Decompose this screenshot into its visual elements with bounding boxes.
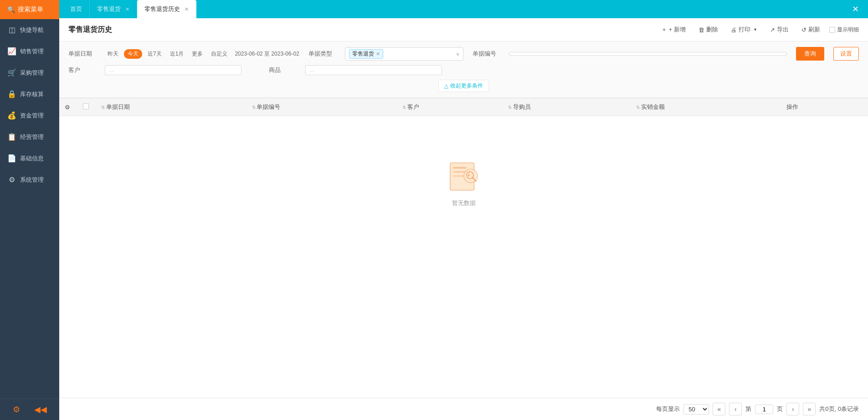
sort-icon: ⇅ <box>252 105 257 110</box>
last-page-button[interactable]: » <box>803 403 816 415</box>
sidebar-item-quick-nav[interactable]: ◫ 快捷导航 <box>0 19 59 41</box>
tab-home-label: 首页 <box>70 5 82 13</box>
tab-bar: 首页 零售退货 ✕ 零售退货历史 ✕ ✕ <box>59 0 868 18</box>
tab-retail-return-close[interactable]: ✕ <box>125 6 129 12</box>
th-settings[interactable]: ⚙ <box>59 98 77 116</box>
date-filter-group: 昨天 今天 近7天 近1月 更多 自定义 2023-06-02 至 2023-0… <box>105 49 299 59</box>
basic-info-icon: 📄 <box>7 154 16 163</box>
customer-input[interactable]: ... <box>105 65 241 75</box>
th-checkbox[interactable] <box>77 98 96 116</box>
th-amount[interactable]: ⇅ 实销金额 <box>631 98 781 116</box>
delete-button[interactable]: 🗑 删除 <box>695 24 722 36</box>
tab-bar-right: ✕ <box>847 4 864 14</box>
sidebar-item-label: 基础信息 <box>20 154 44 163</box>
sidebar-item-basic-info[interactable]: 📄 基础信息 <box>0 148 59 169</box>
empty-state: 暂无数据 <box>59 116 868 244</box>
finance-icon: 💰 <box>7 111 16 120</box>
sidebar-search-label: 搜索菜单 <box>18 5 43 14</box>
sidebar-item-purchase-mgmt[interactable]: 🛒 采购管理 <box>0 62 59 83</box>
sales-icon: 📈 <box>7 47 16 56</box>
doc-number-input[interactable] <box>509 52 787 56</box>
tab-home[interactable]: 首页 <box>63 0 90 18</box>
page-size-select[interactable]: 50 10 20 100 <box>683 404 709 415</box>
sidebar-search[interactable]: 🔍 搜索菜单 <box>0 0 59 19</box>
customer-filter-label: 客户 <box>68 66 96 74</box>
date-btn-today[interactable]: 今天 <box>124 49 142 59</box>
window-close-button[interactable]: ✕ <box>847 4 864 14</box>
date-btn-more[interactable]: 更多 <box>189 49 205 59</box>
sidebar-item-label: 销售管理 <box>20 47 44 56</box>
add-icon: ＋ <box>661 26 667 34</box>
doc-type-input[interactable]: 零售退货 ✕ ∨ <box>345 47 463 61</box>
add-button[interactable]: ＋ + 新增 <box>657 24 689 36</box>
customer-placeholder: ... <box>109 67 113 73</box>
purchase-icon: 🛒 <box>7 68 16 77</box>
settings-icon[interactable]: ⚙ <box>65 104 70 111</box>
tab-retail-return-history[interactable]: 零售退货历史 ✕ <box>137 0 196 18</box>
date-btn-7days[interactable]: 近7天 <box>145 49 164 59</box>
collapse-label: 收起更多条件 <box>450 82 483 90</box>
refresh-icon: ↺ <box>801 26 806 33</box>
sidebar-item-label: 经营管理 <box>20 133 44 141</box>
show-detail-toggle[interactable]: 显示明细 <box>829 26 859 34</box>
print-button[interactable]: 🖨 打印 ▼ <box>727 24 761 36</box>
th-date[interactable]: ⇅ 单据日期 <box>96 98 247 116</box>
next-page-icon: › <box>792 405 794 413</box>
th-number[interactable]: ⇅ 单据编号 <box>247 98 397 116</box>
page-number-input[interactable] <box>755 405 773 414</box>
add-label: + 新增 <box>669 26 686 34</box>
th-guide[interactable]: ⇅ 导购员 <box>503 98 631 116</box>
export-icon: ↗ <box>770 26 775 33</box>
settings-bottom-icon[interactable]: ⚙ <box>13 405 20 415</box>
search-icon: 🔍 <box>7 6 15 13</box>
collapse-filter-button[interactable]: △ 收起更多条件 <box>438 80 489 92</box>
refresh-button[interactable]: ↺ 刷新 <box>798 24 824 36</box>
next-page-button[interactable]: › <box>786 403 799 415</box>
doc-type-tag-close[interactable]: ✕ <box>376 51 380 57</box>
doc-type-label: 单据类型 <box>308 50 336 58</box>
prev-page-button[interactable]: ‹ <box>729 403 742 415</box>
audio-bottom-icon[interactable]: ◀◀ <box>34 405 47 415</box>
sort-icon: ⇅ <box>402 105 407 110</box>
doc-type-tag-value: 零售退货 <box>352 50 374 58</box>
doc-number-label: 单据编号 <box>473 50 500 58</box>
sidebar-item-sales-mgmt[interactable]: 📈 销售管理 <box>0 41 59 62</box>
show-detail-checkbox[interactable] <box>829 27 835 33</box>
setting-button[interactable]: 设置 <box>833 47 859 61</box>
select-all-checkbox[interactable] <box>83 103 89 109</box>
empty-text: 暂无数据 <box>452 199 476 207</box>
tab-retail-return-history-close[interactable]: ✕ <box>185 6 189 12</box>
sidebar-bottom: ⚙ ◀◀ <box>0 399 59 420</box>
sidebar-item-finance[interactable]: 💰 资金管理 <box>0 105 59 126</box>
svg-rect-3 <box>453 175 465 177</box>
operations-icon: 📋 <box>7 133 16 141</box>
tab-retail-return-label: 零售退货 <box>97 5 121 13</box>
filter-row-1: 单据日期 昨天 今天 近7天 近1月 更多 自定义 2023-06-02 至 2… <box>68 47 859 61</box>
goods-filter-label: 商品 <box>269 66 296 74</box>
last-page-icon: » <box>807 405 811 413</box>
empty-state-icon <box>443 153 484 194</box>
sidebar-item-label: 系统管理 <box>20 176 44 184</box>
sidebar-item-inventory[interactable]: 🔒 库存核算 <box>0 83 59 105</box>
system-mgmt-icon: ⚙ <box>7 175 16 184</box>
date-btn-1month[interactable]: 近1月 <box>167 49 187 59</box>
sidebar-item-operations[interactable]: 📋 经营管理 <box>0 126 59 148</box>
th-customer[interactable]: ⇅ 客户 <box>397 98 503 116</box>
sidebar: 🔍 搜索菜单 ◫ 快捷导航 📈 销售管理 🛒 采购管理 🔒 库存核算 💰 资金管… <box>0 0 59 420</box>
date-btn-custom[interactable]: 自定义 <box>208 49 230 59</box>
sidebar-item-system-mgmt[interactable]: ⚙ 系统管理 <box>0 169 59 190</box>
first-page-button[interactable]: « <box>713 403 725 415</box>
show-detail-label: 显示明细 <box>837 26 859 34</box>
sort-icon: ⇅ <box>636 105 641 110</box>
page-title: 零售退货历史 <box>68 25 112 35</box>
delete-icon: 🗑 <box>699 26 704 33</box>
export-button[interactable]: ↗ 导出 <box>766 24 792 36</box>
query-button[interactable]: 查询 <box>796 47 824 61</box>
pagination-bar: 每页显示 50 10 20 100 « ‹ 第 页 › » 共0页, 0条记录 <box>59 398 868 420</box>
th-customer-label: 客户 <box>407 103 419 110</box>
doc-type-dropdown-arrow: ∨ <box>456 51 459 56</box>
goods-input[interactable]: ... <box>305 65 442 75</box>
date-btn-yesterday[interactable]: 昨天 <box>105 49 121 59</box>
page-size-label: 每页显示 <box>656 405 680 413</box>
tab-retail-return[interactable]: 零售退货 ✕ <box>90 0 137 18</box>
